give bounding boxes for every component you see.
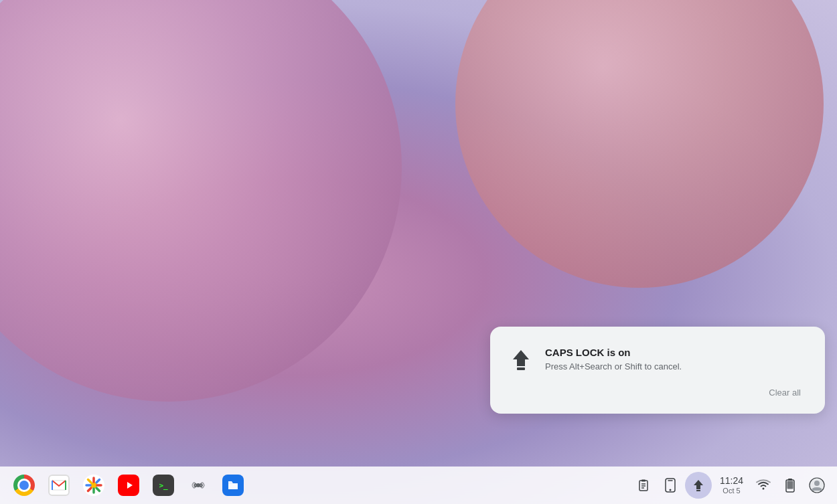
- youtube-icon: [118, 475, 139, 496]
- time-display: 11:24: [720, 475, 743, 487]
- taskbar-app-youtube[interactable]: [112, 469, 145, 501]
- svg-rect-5: [228, 484, 238, 489]
- svg-rect-17: [788, 479, 792, 481]
- wallpaper: [0, 0, 837, 504]
- caps-lock-notification-icon: [509, 347, 533, 371]
- svg-point-4: [196, 483, 200, 487]
- notification-title: CAPS LOCK is on: [545, 345, 806, 359]
- taskbar-app-terminal[interactable]: >_: [147, 469, 179, 501]
- taskbar: >_: [0, 467, 837, 504]
- taskbar-app-photos[interactable]: [78, 469, 110, 501]
- battery-tray-icon[interactable]: [778, 473, 802, 497]
- date-display: Oct 5: [722, 487, 740, 495]
- svg-rect-7: [641, 480, 645, 482]
- taskbar-app-chrome[interactable]: [8, 469, 40, 501]
- notification-body: Press Alt+Search or Shift to cancel.: [545, 361, 806, 373]
- system-tray: 11:24 Oct 5: [631, 472, 829, 499]
- taskbar-app-accessibility[interactable]: [182, 469, 214, 501]
- chrome-icon: [13, 475, 35, 496]
- svg-marker-0: [513, 350, 529, 366]
- gmail-icon: [48, 475, 70, 496]
- taskbar-app-gmail[interactable]: [43, 469, 75, 501]
- taskbar-app-files[interactable]: [217, 469, 249, 501]
- svg-rect-18: [787, 481, 793, 489]
- wallpaper-circle-left: [0, 0, 402, 402]
- clear-all-button[interactable]: Clear all: [763, 385, 806, 400]
- svg-marker-14: [694, 480, 703, 489]
- date-time-display[interactable]: 11:24 Oct 5: [714, 473, 749, 498]
- wallpaper-circle-right: [455, 0, 824, 288]
- svg-marker-3: [127, 482, 133, 489]
- accessibility-icon: [187, 475, 209, 496]
- notification-popup: CAPS LOCK is on Press Alt+Search or Shif…: [490, 327, 825, 414]
- clipboard-tray-icon[interactable]: [631, 473, 656, 497]
- account-tray-icon[interactable]: [805, 473, 829, 497]
- caps-lock-tray-button[interactable]: [685, 472, 712, 499]
- svg-point-20: [814, 481, 820, 486]
- photos-icon: [83, 475, 104, 496]
- terminal-icon: >_: [153, 475, 174, 496]
- svg-rect-15: [696, 490, 700, 491]
- phone-tray-icon[interactable]: [658, 473, 682, 497]
- svg-point-12: [669, 489, 671, 491]
- svg-rect-1: [517, 367, 525, 370]
- files-icon: [222, 475, 244, 496]
- wifi-tray-icon[interactable]: [751, 473, 775, 497]
